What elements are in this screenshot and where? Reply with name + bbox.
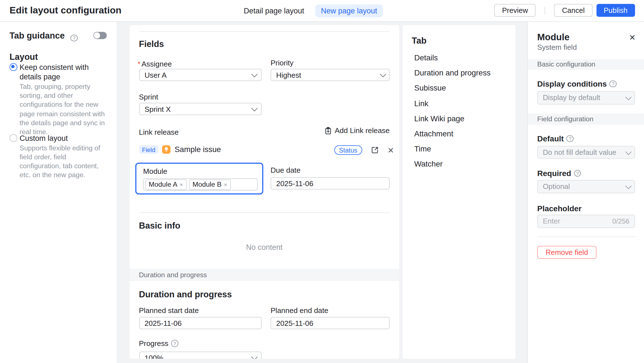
planned-end-value: 2025-11-06 — [276, 319, 313, 327]
layout-section-label: Layout — [10, 52, 38, 62]
remove-field-button[interactable]: Remove field — [537, 246, 596, 258]
layout-tabs: Detail page layout New page layout — [240, 0, 383, 21]
module-tag: Module A× — [145, 179, 187, 190]
close-panel-icon[interactable]: ✕ — [629, 33, 636, 42]
assignee-label-row: *Assignee — [138, 59, 172, 69]
link-release-label: Link release — [139, 128, 179, 136]
progress-help-icon[interactable]: ? — [171, 340, 178, 347]
tab-item-subissue[interactable]: Subissue — [402, 81, 515, 96]
module-tags-input[interactable]: Module A× Module B× — [143, 178, 258, 191]
default-help-icon[interactable]: ? — [567, 135, 574, 142]
char-counter: 0/256 — [612, 217, 629, 225]
assignee-select[interactable]: User A — [139, 69, 261, 81]
planned-start-label: Planned start date — [139, 306, 199, 315]
duration-progress-heading: Duration and progress — [139, 290, 232, 300]
radio-keep-consistent-description: Tab, grouping, property sorting, and oth… — [20, 82, 106, 136]
radio-custom-layout[interactable] — [10, 134, 17, 142]
remove-tag-icon[interactable]: × — [180, 181, 183, 188]
chevron-down-icon — [252, 71, 257, 77]
radio-custom-layout-label[interactable]: Custom layout — [20, 133, 105, 143]
section-divider — [139, 212, 390, 213]
required-asterisk: * — [138, 60, 140, 68]
left-sidebar: Tab guidance ? Layout Keep consistent wi… — [0, 21, 117, 363]
tab-panel-heading: Tab — [412, 36, 427, 46]
publish-button[interactable]: Publish — [596, 4, 635, 17]
issue-title[interactable]: Sample issue — [175, 145, 221, 154]
tab-item-time[interactable]: Time — [402, 141, 515, 156]
header: Edit layout configuration Detail page la… — [0, 0, 644, 22]
required-help-icon[interactable]: ? — [574, 170, 581, 177]
radio-keep-consistent[interactable] — [10, 63, 17, 71]
display-conditions-help-icon[interactable]: ? — [610, 80, 617, 87]
display-conditions-row: Display conditions ? — [537, 79, 617, 88]
chevron-down-icon — [625, 148, 631, 154]
sprint-select[interactable]: Sprint X — [139, 103, 261, 115]
remove-linked-issue-icon[interactable]: ✕ — [387, 146, 394, 154]
assignee-value: User A — [145, 71, 167, 79]
default-value: Do not fill default value — [543, 148, 616, 156]
due-date-input[interactable]: 2025-11-06 — [271, 177, 390, 189]
required-row: Required ? — [537, 169, 581, 178]
toggle-knob — [94, 32, 100, 38]
tab-detail-page-layout[interactable]: Detail page layout — [240, 4, 307, 17]
field-chip: Field — [139, 145, 158, 154]
placeholder-label: Placeholder — [537, 204, 582, 213]
header-divider — [545, 6, 545, 14]
priority-label: Priority — [271, 59, 293, 67]
default-label: Default — [537, 134, 564, 143]
module-tag: Module B× — [189, 179, 231, 190]
tab-list: Details Duration and progress Subissue L… — [402, 50, 515, 172]
add-link-release-label: Add Link release — [335, 126, 390, 135]
edit-layout-configuration-screen: Edit layout configuration Detail page la… — [0, 0, 644, 363]
chevron-down-icon — [625, 183, 631, 189]
add-link-release-button[interactable]: Add Link release — [324, 126, 390, 135]
planned-start-input[interactable]: 2025-11-06 — [139, 317, 261, 329]
basic-configuration-band: Basic configuration — [528, 59, 644, 70]
tab-item-attachment[interactable]: Attachment — [402, 126, 515, 141]
config-panel-subtitle: System field — [537, 43, 577, 51]
field-config-panel: Module ✕ System field Basic configuratio… — [527, 21, 644, 363]
preview-button[interactable]: Preview — [494, 4, 536, 17]
assignee-label: Assignee — [141, 60, 172, 68]
radio-keep-consistent-label[interactable]: Keep consistent with details page — [20, 62, 105, 82]
tab-new-page-layout[interactable]: New page layout — [315, 4, 383, 17]
tab-guidance-row: Tab guidance ? — [10, 31, 77, 42]
linked-issue-actions: Status ✕ — [334, 145, 394, 155]
placeholder-input-text: Enter — [543, 217, 560, 226]
priority-select[interactable]: Highest — [271, 69, 390, 81]
tab-item-details[interactable]: Details — [402, 50, 515, 65]
progress-label: Progress — [139, 339, 169, 348]
field-configuration-band: Field configuration — [528, 113, 644, 124]
tab-guidance-help-icon[interactable]: ? — [70, 35, 77, 42]
duration-progress-band: Duration and progress — [130, 269, 399, 281]
chevron-down-icon — [252, 354, 257, 359]
module-field-selected-box[interactable]: Module Module A× Module B× — [135, 163, 263, 194]
sprint-label: Sprint — [139, 93, 158, 101]
issue-type-icon — [162, 145, 171, 154]
cancel-button[interactable]: Cancel — [554, 4, 593, 17]
config-divider — [537, 236, 635, 237]
required-select: Optional — [537, 180, 635, 193]
tab-item-watcher[interactable]: Watcher — [402, 157, 515, 172]
status-pill[interactable]: Status — [334, 145, 362, 155]
tab-list-panel: Tab Details Duration and progress Subiss… — [402, 25, 515, 359]
top-divider — [139, 31, 390, 32]
clipboard-plus-icon — [324, 127, 332, 134]
remove-tag-icon[interactable]: × — [224, 181, 227, 188]
tab-guidance-toggle[interactable] — [93, 32, 106, 39]
planned-start-value: 2025-11-06 — [145, 319, 182, 327]
tab-item-link-wiki-page[interactable]: Link Wiki page — [402, 111, 515, 126]
open-external-icon[interactable] — [371, 146, 378, 154]
config-panel-title: Module — [537, 32, 570, 42]
basic-configuration-label: Basic configuration — [537, 61, 595, 68]
tab-item-link[interactable]: Link — [402, 96, 515, 111]
progress-select[interactable]: 100% — [139, 352, 261, 359]
required-value: Optional — [543, 182, 570, 191]
display-conditions-select: Display by default — [537, 91, 635, 104]
tab-guidance-label: Tab guidance — [10, 31, 65, 40]
tab-item-duration-and-progress[interactable]: Duration and progress — [402, 65, 515, 80]
planned-end-input[interactable]: 2025-11-06 — [271, 317, 390, 329]
duration-progress-band-label: Duration and progress — [139, 271, 207, 279]
planned-end-label: Planned end date — [271, 306, 328, 315]
sprint-value: Sprint X — [145, 105, 171, 113]
